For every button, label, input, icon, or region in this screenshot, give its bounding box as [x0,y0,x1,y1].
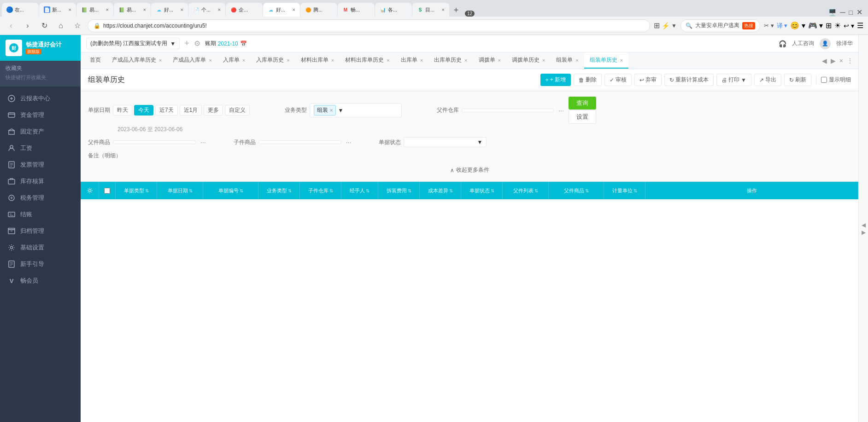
browser-tab-7[interactable]: 🔴 企... [226,3,263,17]
th-parent-goods[interactable]: 父件商品 ⇅ [549,182,604,199]
refresh-button[interactable]: ↻ 刷新 [784,74,811,86]
page-tab-matout-close[interactable]: × [331,58,334,63]
table-select-all[interactable] [104,188,110,194]
game-icon[interactable]: 🎮 ▾ [808,21,823,30]
sidebar-item-fund[interactable]: 资金管理 [0,107,81,123]
page-tab-home[interactable]: 首页 [84,52,106,69]
add-company-btn[interactable]: + [184,39,189,48]
page-tab-transferhistory-close[interactable]: × [542,58,545,63]
th-num[interactable]: 单据编号 ⇅ [203,182,258,199]
delete-button[interactable]: 🗑 删除 [574,74,602,86]
page-tab-cpinhistory-close[interactable]: × [159,58,162,63]
date-btn-custom[interactable]: 自定义 [225,105,250,116]
address-bar[interactable]: 🔒 https://cloud.chanjet.com/accounting/u… [88,19,650,32]
browser-tab-3[interactable]: 📗 易... × [76,3,113,17]
page-tab-assemblyhistory[interactable]: 组装单历史 × [584,52,628,69]
page-tab-matouthistory-close[interactable]: × [387,58,389,63]
sun-icon[interactable]: ☀ [834,21,841,30]
th-handler[interactable]: 经手人 ⇅ [341,182,378,199]
home-button[interactable]: ⌂ [54,19,67,32]
period-calendar-icon[interactable]: 📅 [240,40,247,47]
child-goods-dots[interactable]: ··· [344,139,353,146]
th-status[interactable]: 单据状态 ⇅ [461,182,503,199]
maximize-button[interactable]: □ [849,9,853,16]
tab-scroll-left[interactable]: ◀ [821,57,828,64]
tab4-close[interactable]: × [143,7,146,12]
sidebar-item-member[interactable]: V 畅会员 [0,272,81,289]
sidebar-item-inventory[interactable]: 库存核算 [0,173,81,190]
page-tab-cpin-close[interactable]: × [209,58,211,63]
refresh-button[interactable]: ↻ [38,19,51,32]
page-tab-inhistory-close[interactable]: × [287,58,289,63]
page-tab-out-close[interactable]: × [420,58,423,63]
service-label[interactable]: 人工咨询 [792,40,814,47]
biz-type-tag-remove[interactable]: × [329,107,333,114]
page-tab-assembly[interactable]: 组装单 × [551,52,584,69]
menu-icon[interactable]: ☰ [857,21,863,30]
parent-goods-dots[interactable]: ··· [199,139,208,146]
page-tab-cpinhistory[interactable]: 产成品入库单历史 × [106,52,167,69]
browser-tab-11[interactable]: 📊 各... [375,3,412,17]
sidebar-item-archive[interactable]: 归档管理 [0,223,81,239]
tab-close-current[interactable]: × [838,57,845,64]
th-check[interactable] [99,182,116,199]
recalc-button[interactable]: ↻ 重新计算成本 [664,74,714,86]
undo-icon[interactable]: ↩ ▾ [844,22,854,29]
page-tab-transferhistory[interactable]: 调拨单历史 × [506,52,551,69]
settings-btn[interactable]: ⚙ [194,39,200,48]
abandon-button[interactable]: ↩ 弃审 [634,74,662,86]
date-btn-1month[interactable]: 近1月 [180,105,202,116]
sidebar-item-guide[interactable]: 新手引导 [0,256,81,272]
th-date[interactable]: 单据日期 ⇅ [157,182,203,199]
sidebar-item-tax[interactable]: 税务管理 [0,190,81,206]
sidebar-item-payroll[interactable]: 工资 [0,140,81,156]
parent-warehouse-dots[interactable]: ··· [557,107,566,114]
query-button[interactable]: 查询 [569,97,596,110]
filter-parent-goods-input[interactable] [113,140,196,144]
filter-status-input[interactable]: ▼ [404,137,487,147]
minimize-button[interactable]: ─ [840,8,845,17]
browser-tab-9[interactable]: 🟠 腾... [300,3,337,17]
panel-expand-btn[interactable]: ▶ [860,229,867,236]
tab6-close[interactable]: × [218,7,221,12]
sidebar-item-fixed-assets[interactable]: 固定资产 [0,123,81,140]
tab3-close[interactable]: × [106,7,109,12]
close-window-button[interactable]: ✕ [856,8,862,17]
collapse-button[interactable]: ∧ 收起更多条件 [448,164,491,176]
date-btn-today[interactable]: 今天 [134,105,153,116]
tab2-close[interactable]: × [69,7,71,12]
dropdown-icon[interactable]: ▼ [671,23,677,29]
browser-tab-10[interactable]: M 畅... [338,3,375,17]
set-button[interactable]: 设置 [569,110,596,124]
date-btn-more[interactable]: 更多 [204,105,223,116]
print-button[interactable]: 🖨 打印 ▼ [716,74,751,86]
sidebar-item-invoice[interactable]: 发票管理 [0,156,81,173]
browser-tab-5[interactable]: ☁ 好... × [151,3,188,17]
add-button[interactable]: + + 新增 [540,74,571,86]
th-biz[interactable]: 业务类型 ⇅ [258,182,300,199]
new-tab-button[interactable]: + [450,4,463,17]
forward-button[interactable]: › [21,19,34,32]
biz-dropdown-icon[interactable]: ▼ [338,107,343,114]
filter-biz-input[interactable]: 组装 × ▼ [310,103,402,117]
page-tab-transfer-close[interactable]: × [498,58,501,63]
grid-icon[interactable]: ⊞ [654,21,660,30]
apps-icon[interactable]: ⊞ [826,21,832,30]
page-tab-assemblyhistory-close[interactable]: × [620,58,623,63]
export-button[interactable]: ↗ 导出 [754,74,781,86]
browser-tab-4[interactable]: 📗 易... × [114,3,151,17]
page-tab-assembly-close[interactable]: × [575,58,578,63]
page-tab-out[interactable]: 出库单 × [395,52,428,69]
th-unit[interactable]: 计量单位 ⇅ [604,182,645,199]
browser-tab-6[interactable]: 📄 个... × [188,3,225,17]
tab5-close[interactable]: × [181,7,183,12]
browser-tab-1[interactable]: 🔵 在... [2,3,39,17]
panel-collapse-btn[interactable]: ◀ [860,221,867,229]
sidebar-item-settings[interactable]: 基础设置 [0,239,81,256]
filter-parent-warehouse-input[interactable] [462,109,554,112]
page-tab-outhistory[interactable]: 出库单历史 × [428,52,473,69]
page-tab-cpin[interactable]: 产成品入库单 × [167,52,217,69]
browser-tab-8[interactable]: ☁ 好... × [263,3,300,17]
sidebar-item-settlement[interactable]: 结账 [0,206,81,223]
th-disassemble[interactable]: 拆装费用 ⇅ [378,182,420,199]
